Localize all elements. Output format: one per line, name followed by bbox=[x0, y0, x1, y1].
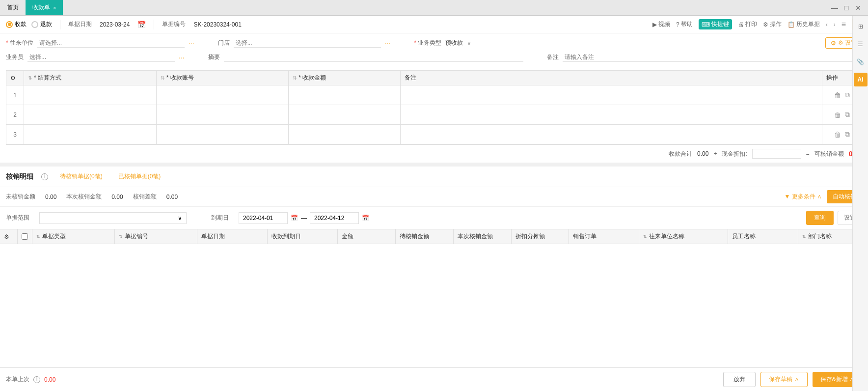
filter-range-dropdown-icon: ∨ bbox=[178, 215, 182, 222]
employee-more-icon[interactable]: ··· bbox=[179, 54, 185, 61]
table-row: 3 🗑 ⧉ bbox=[6, 125, 862, 144]
sidebar-attach-icon[interactable]: 📎 bbox=[854, 55, 868, 69]
nav-next-icon[interactable]: › bbox=[834, 21, 836, 28]
radio-group: 收款 退款 bbox=[6, 20, 52, 28]
total-value: 0.00 bbox=[697, 150, 708, 157]
filter-range-select[interactable]: ∨ bbox=[39, 212, 187, 224]
verification-section: 核销明细 i 待核销单据(0笔) 已核销单据(0笔) 未核销金额 0.00 本次… bbox=[0, 167, 868, 367]
form-area: 往来单位 ··· 门店 ··· 业务类型 预收款 ∨ ⚙ ⚙ 设置 业务员 ··… bbox=[0, 33, 868, 70]
row-3-copy-icon[interactable]: ⧉ bbox=[845, 130, 850, 139]
store-more-icon[interactable]: ··· bbox=[385, 39, 391, 47]
abandon-button[interactable]: 放弃 bbox=[723, 372, 756, 387]
row-2-shoukuan[interactable] bbox=[289, 105, 401, 124]
row-3-delete-icon[interactable]: 🗑 bbox=[834, 131, 841, 139]
video-icon: ▶ bbox=[652, 21, 657, 28]
filter-row: 单据范围 ∨ 到期日 📅 — 📅 查询 设置 bbox=[0, 207, 868, 229]
th-shoujin: * 收款金额 bbox=[289, 71, 401, 85]
maximize-button[interactable]: □ bbox=[842, 4, 850, 12]
save-draft-button[interactable]: 保存草稿 ∧ bbox=[760, 372, 807, 387]
xianjin-input[interactable] bbox=[752, 149, 801, 159]
video-button[interactable]: ▶ 视频 bbox=[652, 20, 670, 28]
tab-pending[interactable]: 待核销单据(0笔) bbox=[56, 170, 107, 183]
th-settings[interactable]: ⚙ bbox=[6, 71, 24, 85]
help-button[interactable]: ? 帮助 bbox=[676, 20, 693, 28]
row-2-num: 2 bbox=[6, 105, 24, 124]
sidebar-table-icon[interactable]: ⊞ bbox=[854, 20, 868, 33]
row-1-shoukuan[interactable] bbox=[289, 85, 401, 105]
tab-home[interactable]: 首页 bbox=[0, 0, 26, 15]
row-3-num: 3 bbox=[6, 125, 24, 144]
duedate-label: 到期日 bbox=[211, 214, 229, 222]
date-to-input[interactable] bbox=[310, 212, 359, 224]
store-input[interactable] bbox=[234, 38, 381, 48]
row-2-beizhu[interactable] bbox=[401, 105, 822, 124]
num-field-label: 单据编号 bbox=[162, 20, 186, 28]
shortcut-button[interactable]: ⌨ 快捷键 bbox=[699, 19, 732, 29]
query-button[interactable]: 查询 bbox=[806, 211, 834, 225]
table-row: 2 🗑 ⧉ bbox=[6, 105, 862, 125]
bth-checkbox[interactable] bbox=[22, 233, 28, 240]
keyboard-icon: ⌨ bbox=[702, 21, 710, 28]
tab-active[interactable]: 收款单 × bbox=[26, 0, 63, 15]
row-1-beizhu[interactable] bbox=[401, 85, 822, 105]
print-button[interactable]: 🖨 打印 bbox=[738, 20, 757, 28]
calendar-from-icon[interactable]: 📅 bbox=[291, 215, 298, 222]
bottom-bar: 本单上次 i 0.00 放弃 保存草稿 ∧ 保存&新增 ∧ bbox=[0, 367, 868, 391]
minimize-button[interactable]: — bbox=[831, 4, 839, 12]
verif-info-icon[interactable]: i bbox=[41, 173, 48, 180]
unverif-label: 未核销金额 bbox=[6, 193, 35, 201]
close-button[interactable]: ✕ bbox=[854, 4, 862, 12]
bottom-info-icon[interactable]: i bbox=[33, 376, 40, 383]
biz-type-dropdown-icon[interactable]: ∨ bbox=[467, 40, 471, 47]
bottom-actions: 放弃 保存草稿 ∧ 保存&新增 ∧ bbox=[723, 372, 862, 387]
summary-input[interactable] bbox=[224, 53, 523, 62]
counterparty-more-icon[interactable]: ··· bbox=[189, 39, 194, 47]
bottom-table: ⚙ ⇅ 单据类型 ⇅ 单据编号 单据日期 收款到期日 bbox=[0, 229, 868, 367]
employee-input[interactable] bbox=[27, 53, 175, 62]
form-row-2: 业务员 ··· 摘要 备注 bbox=[6, 53, 862, 62]
calendar-to-icon[interactable]: 📅 bbox=[362, 215, 369, 222]
radio-shoukuan[interactable]: 收款 bbox=[6, 20, 27, 28]
paperclip-icon: 📎 bbox=[857, 58, 864, 65]
nav-prev-icon[interactable]: ‹ bbox=[826, 21, 828, 28]
bth-pending: 待核销金额 bbox=[396, 229, 454, 244]
row-1-shouquan[interactable] bbox=[157, 85, 289, 105]
list-view-icon[interactable]: ≡ bbox=[841, 20, 846, 29]
counterparty-input[interactable] bbox=[37, 38, 185, 48]
row-1-copy-icon[interactable]: ⧉ bbox=[845, 91, 850, 99]
row-2-jiesuan[interactable] bbox=[24, 105, 157, 124]
row-1-delete-icon[interactable]: 🗑 bbox=[834, 91, 841, 99]
ai-button[interactable]: Ai bbox=[854, 73, 868, 86]
bth-check[interactable] bbox=[18, 229, 32, 244]
operate-button[interactable]: ⚙ 操作 bbox=[763, 20, 782, 28]
ai-label: Ai bbox=[858, 76, 864, 83]
row-3-shouquan[interactable] bbox=[157, 125, 289, 144]
summary-label: 摘要 bbox=[208, 53, 220, 61]
row-2-delete-icon[interactable]: 🗑 bbox=[834, 111, 841, 119]
calendar-icon[interactable]: 📅 bbox=[137, 21, 146, 28]
sidebar-list-icon[interactable]: ☰ bbox=[854, 37, 868, 51]
tab-close-icon[interactable]: × bbox=[53, 5, 56, 11]
row-3-shoukuan[interactable] bbox=[289, 125, 401, 144]
remark-label: 备注 bbox=[547, 53, 559, 61]
bth-duedate: 收款到期日 bbox=[268, 229, 338, 244]
radio-tuikuan[interactable]: 退款 bbox=[31, 20, 52, 28]
row-2-copy-icon[interactable]: ⧉ bbox=[845, 111, 850, 119]
divider-1 bbox=[60, 20, 60, 29]
date-from-input[interactable] bbox=[239, 212, 288, 224]
biz-type-label: 业务类型 bbox=[414, 39, 441, 47]
more-conditions-btn[interactable]: ▼ 更多条件 ∧ bbox=[784, 193, 822, 201]
tab-active-label: 收款单 bbox=[32, 3, 50, 12]
row-1-jiesuan[interactable] bbox=[24, 85, 157, 105]
row-3-jiesuan[interactable] bbox=[24, 125, 157, 144]
bth-settings[interactable]: ⚙ bbox=[0, 229, 18, 244]
verif-header: 核销明细 i 待核销单据(0笔) 已核销单据(0笔) bbox=[0, 167, 868, 187]
table-icon: ⊞ bbox=[858, 23, 863, 30]
radio-shoukuan-dot bbox=[8, 23, 11, 26]
row-2-shouquan[interactable] bbox=[157, 105, 289, 124]
remark-input[interactable] bbox=[563, 53, 862, 62]
row-3-beizhu[interactable] bbox=[401, 125, 822, 144]
kehe-label: 可核销金额 bbox=[814, 150, 844, 158]
history-button[interactable]: 📋 历史单据 bbox=[787, 20, 820, 28]
tab-done[interactable]: 已核销单据(0笔) bbox=[114, 170, 165, 183]
